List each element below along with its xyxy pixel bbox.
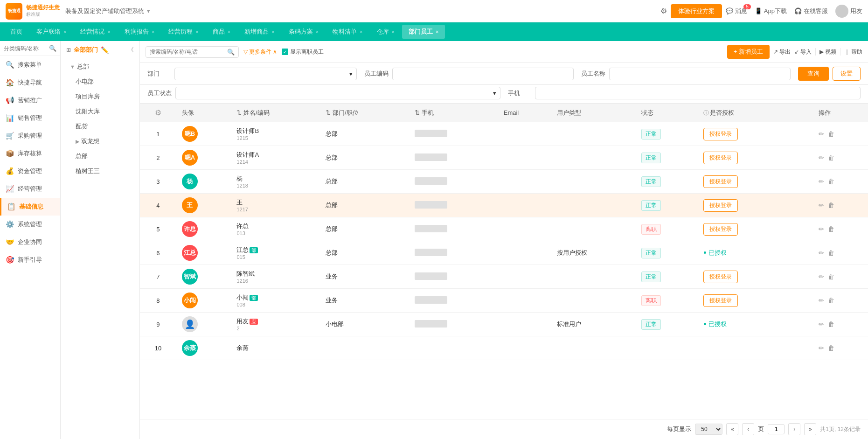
tab-department-employee[interactable]: 部门员工 × — [402, 25, 445, 39]
edit-button[interactable]: ✏ — [819, 297, 824, 304]
app-download-button[interactable]: 📱 App下载 — [755, 7, 787, 15]
edit-button[interactable]: ✏ — [819, 154, 824, 161]
filter-status-select[interactable]: ▾ — [175, 87, 500, 99]
dept-edit-button[interactable]: ✏️ — [101, 46, 109, 54]
next-page-button[interactable]: › — [788, 423, 800, 435]
sidebar-item-system[interactable]: ⚙️ 系统管理 — [0, 216, 60, 233]
close-tab-icon[interactable]: × — [107, 29, 110, 35]
edit-button[interactable]: ✏ — [819, 321, 824, 328]
dropdown-arrow-icon[interactable]: ▾ — [147, 7, 150, 14]
dept-tree-item-shuanglong[interactable]: ▶ 双龙想 — [61, 134, 139, 149]
show-resigned-checkbox[interactable]: ✓ 显示离职员工 — [282, 48, 324, 56]
close-tab-icon[interactable]: × — [228, 29, 230, 35]
close-tab-icon[interactable]: × — [316, 29, 319, 35]
sidebar-item-purchase[interactable]: 🛒 采购管理 — [0, 127, 60, 145]
auth-login-button[interactable]: 授权登录 — [703, 271, 738, 283]
tab-history[interactable]: 经营历程 × — [162, 25, 205, 39]
sidebar-item-finance[interactable]: 💰 资金管理 — [0, 162, 60, 180]
close-tab-icon[interactable]: × — [152, 29, 154, 35]
delete-button[interactable]: 🗑 — [828, 297, 834, 304]
delete-button[interactable]: 🗑 — [828, 178, 834, 185]
edit-button[interactable]: ✏ — [819, 273, 824, 280]
delete-button[interactable]: 🗑 — [828, 273, 834, 280]
col-settings[interactable]: ⚙ — [140, 104, 176, 122]
export-button[interactable]: ↗ 导出 — [773, 48, 791, 56]
tab-warehouse[interactable]: 仓库 × — [370, 25, 401, 39]
view-button[interactable]: ▶ 视频 — [819, 48, 836, 56]
sidebar-search-input[interactable] — [4, 45, 47, 52]
close-tab-icon[interactable]: × — [271, 29, 274, 35]
prev-page-button[interactable]: ‹ — [742, 423, 754, 435]
auth-login-button[interactable]: 授权登录 — [703, 152, 738, 164]
col-name-code[interactable]: ⇅ 姓名/编码 — [231, 104, 320, 122]
tab-customer[interactable]: 客户联络 × — [30, 25, 73, 39]
dept-tree-item-shenyang[interactable]: 沈阳大库 — [61, 104, 139, 119]
more-filter-button[interactable]: ▽ 更多条件 ∧ — [243, 48, 277, 56]
reset-button[interactable]: 设置 — [833, 67, 861, 81]
dept-tree-item-xiaodibu[interactable]: 小电部 — [61, 74, 139, 89]
tab-profit[interactable]: 利润报告 × — [118, 25, 161, 39]
auth-login-button[interactable]: 授权登录 — [703, 175, 738, 188]
filter-dept-select[interactable]: ▾ — [174, 68, 357, 80]
auth-login-button[interactable]: 授权登录 — [703, 223, 738, 236]
dept-tree-item-zongbu2[interactable]: 总部 — [61, 149, 139, 164]
filter-phone-input[interactable] — [535, 87, 861, 99]
col-phone[interactable]: ⇅ 手机 — [409, 104, 498, 122]
close-tab-icon[interactable]: × — [392, 29, 395, 35]
tab-home[interactable]: 首页 — [4, 25, 29, 39]
sidebar-item-search[interactable]: 🔍 搜索菜单 — [0, 56, 60, 74]
add-employee-button[interactable]: + 新增员工 — [727, 45, 770, 59]
dept-tree-item-xiangmu[interactable]: 项目库房 — [61, 89, 139, 104]
tab-barcode[interactable]: 条码方案 × — [282, 25, 325, 39]
auth-login-button[interactable]: 授权登录 — [703, 128, 738, 140]
delete-button[interactable]: 🗑 — [828, 202, 834, 209]
help-button[interactable]: ｜ 帮助 — [844, 48, 862, 56]
messages-button[interactable]: 💬 消息 5 — [726, 7, 747, 15]
last-page-button[interactable]: » — [804, 423, 816, 435]
first-page-button[interactable]: « — [726, 423, 738, 435]
tab-bom[interactable]: 物料清单 × — [326, 25, 369, 39]
sidebar-item-basicinfo[interactable]: 📋 基础信息 — [0, 198, 60, 216]
edit-button[interactable]: ✏ — [819, 130, 824, 138]
edit-button[interactable]: ✏ — [819, 344, 824, 352]
query-button[interactable]: 查询 — [798, 67, 829, 81]
dept-tree-item-zongbu[interactable]: ▼ 总部 — [61, 59, 139, 74]
auth-login-button[interactable]: 授权登录 — [703, 199, 738, 212]
delete-button[interactable]: 🗑 — [828, 225, 834, 233]
sidebar-item-quicknav[interactable]: 🏠 快捷导航 — [0, 74, 60, 91]
gear-button[interactable]: ⚙ — [660, 7, 667, 15]
import-button[interactable]: ↙ 导入 — [794, 48, 812, 56]
filter-empname-input[interactable] — [609, 68, 791, 80]
close-tab-icon[interactable]: × — [63, 29, 66, 35]
edit-button[interactable]: ✏ — [819, 202, 824, 209]
close-tab-icon[interactable]: × — [195, 29, 198, 35]
delete-button[interactable]: 🗑 — [828, 321, 834, 328]
online-service-button[interactable]: 🎧 在线客服 — [794, 7, 828, 15]
dept-tree-item-zhishu[interactable]: 植树王三 — [61, 164, 139, 179]
edit-button[interactable]: ✏ — [819, 225, 824, 233]
page-number-input[interactable] — [768, 424, 785, 434]
col-dept-position[interactable]: ⇅ 部门/职位 — [320, 104, 409, 122]
sidebar-item-operations[interactable]: 📈 经营管理 — [0, 180, 60, 198]
sidebar-item-inventory[interactable]: 📦 库存核算 — [0, 145, 60, 162]
dept-collapse-button[interactable]: 《 — [128, 46, 134, 54]
user-profile-button[interactable]: 用友 — [835, 5, 862, 18]
auth-login-button[interactable]: 授权登录 — [703, 294, 738, 307]
delete-button[interactable]: 🗑 — [828, 249, 834, 257]
delete-button[interactable]: 🗑 — [828, 154, 834, 161]
edit-button[interactable]: ✏ — [819, 249, 824, 257]
per-page-select[interactable]: 50 20 100 — [695, 424, 722, 435]
search-input[interactable] — [150, 49, 224, 55]
tab-goods[interactable]: 商品 × — [206, 25, 237, 39]
delete-button[interactable]: 🗑 — [828, 344, 834, 352]
close-tab-active-icon[interactable]: × — [436, 29, 438, 35]
dept-tree-item-peihuo[interactable]: 配货 — [61, 119, 139, 134]
trial-button[interactable]: 体验行业方案 — [671, 4, 722, 18]
sidebar-item-sales[interactable]: 📊 销售管理 — [0, 109, 60, 127]
delete-button[interactable]: 🗑 — [828, 130, 834, 138]
sidebar-item-guide[interactable]: 🎯 新手引导 — [0, 251, 60, 269]
edit-button[interactable]: ✏ — [819, 178, 824, 185]
close-tab-icon[interactable]: × — [360, 29, 362, 35]
tab-add-goods[interactable]: 新增商品 × — [238, 25, 281, 39]
filter-empcode-input[interactable] — [392, 68, 574, 80]
